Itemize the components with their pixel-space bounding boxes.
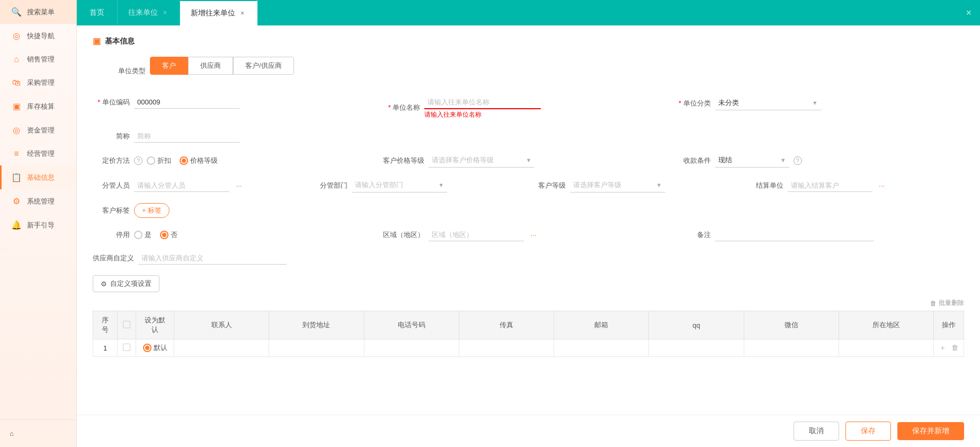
save-btn[interactable]: 保存: [845, 422, 891, 441]
settlement-unit-input[interactable]: [788, 179, 872, 192]
address-input[interactable]: [274, 344, 358, 352]
td-phone[interactable]: [364, 339, 459, 357]
supplier-custom-input[interactable]: [138, 252, 287, 265]
short-name-input[interactable]: [134, 130, 240, 143]
footer-home-icon: ⌂: [10, 430, 14, 437]
td-row-region[interactable]: [839, 339, 934, 357]
select-all-checkbox[interactable]: [123, 321, 130, 328]
th-checkbox[interactable]: [118, 311, 136, 339]
quick-nav-icon: ◎: [11, 31, 22, 41]
radio-discount-label: 折扣: [157, 156, 171, 165]
sidebar-item-finance[interactable]: ◎ 资金管理: [0, 118, 76, 142]
customer-level-select[interactable]: 请选择客户等级 ▼: [570, 178, 665, 192]
purchase-icon: 🛍: [11, 78, 22, 87]
td-email[interactable]: [554, 339, 649, 357]
settlement-unit-more-btn[interactable]: ···: [877, 180, 887, 191]
btn-customer[interactable]: 客户: [150, 57, 188, 75]
th-address: 到货地址: [269, 311, 364, 339]
radio-discount-circle: [147, 156, 155, 165]
td-qq[interactable]: [649, 339, 744, 357]
radio-default[interactable]: 默认: [141, 343, 168, 353]
th-seq: 序号: [93, 311, 118, 339]
department-group: 分管部门 请输入分管部门 ▼: [310, 178, 528, 192]
radio-disabled-yes[interactable]: 是: [134, 230, 152, 240]
th-email: 邮箱: [554, 311, 649, 339]
row-checkbox[interactable]: [123, 344, 130, 351]
radio-default-label: 默认: [154, 343, 167, 353]
td-wechat[interactable]: [744, 339, 839, 357]
radio-no-label: 否: [171, 230, 177, 240]
pricing-radio-group: 折扣 价格等级: [147, 156, 218, 165]
pricing-help-icon[interactable]: ?: [134, 156, 142, 165]
fax-input[interactable]: [465, 344, 548, 352]
unit-name-input[interactable]: [424, 96, 541, 109]
tab-counterparty[interactable]: 往来单位 ×: [118, 0, 180, 25]
radio-level-label: 价格等级: [190, 156, 218, 165]
customer-tag-group: 客户标签 标签: [93, 203, 964, 218]
unit-code-input[interactable]: [134, 96, 240, 109]
disabled-group: 停用 是 否: [93, 230, 383, 240]
sidebar-item-system[interactable]: ⚙ 系统管理: [0, 189, 76, 213]
customer-price-level-chevron: ▼: [525, 157, 531, 163]
tab-home-label: 首页: [90, 8, 104, 17]
remark-input[interactable]: [715, 229, 874, 241]
td-address[interactable]: [269, 339, 364, 357]
wechat-input[interactable]: [750, 344, 833, 352]
manager-input[interactable]: [134, 179, 229, 192]
sidebar-item-basic[interactable]: 📋 基础信息: [0, 165, 76, 189]
sidebar-item-purchase[interactable]: 🛍 采购管理: [0, 71, 76, 94]
th-phone: 电话号码: [364, 311, 459, 339]
unit-category-group: 单位分类 未分类 ▼: [674, 96, 964, 110]
table-actions: 🗑 批量删除: [93, 299, 964, 308]
close-window-btn[interactable]: ×: [957, 0, 980, 25]
add-tag-btn[interactable]: 标签: [134, 203, 170, 218]
email-input[interactable]: [559, 344, 643, 352]
sidebar-item-label: 基础信息: [27, 173, 55, 182]
th-wechat: 微信: [744, 311, 839, 339]
sidebar-item-guide[interactable]: 🔔 新手引导: [0, 213, 76, 237]
cancel-btn[interactable]: 取消: [794, 422, 839, 441]
custom-settings-btn[interactable]: ⚙ 自定义项设置: [93, 275, 159, 292]
radio-disabled-no[interactable]: 否: [160, 230, 177, 240]
department-select[interactable]: 请输入分管部门 ▼: [352, 178, 447, 192]
sidebar-item-inventory[interactable]: ▣ 库存核算: [0, 94, 76, 118]
td-checkbox[interactable]: [118, 339, 136, 357]
sidebar-item-quick-nav[interactable]: ◎ 快捷导航: [0, 24, 76, 48]
sidebar-item-sales[interactable]: ⌂ 销售管理: [0, 48, 76, 71]
btn-supplier[interactable]: 供应商: [188, 57, 233, 75]
customer-price-level-select[interactable]: 请选择客户价格等级 ▼: [429, 153, 534, 168]
td-fax[interactable]: [459, 339, 554, 357]
td-default: 默认: [136, 339, 174, 357]
tab-counterparty-close[interactable]: ×: [161, 8, 169, 17]
tab-home[interactable]: 首页: [77, 0, 118, 25]
contact-input[interactable]: [180, 344, 263, 352]
save-new-btn[interactable]: 保存并新增: [897, 422, 964, 440]
radio-discount[interactable]: 折扣: [147, 156, 171, 165]
radio-level[interactable]: 价格等级: [180, 156, 218, 165]
payment-terms-select[interactable]: 现结 ▼: [715, 153, 789, 168]
qq-input[interactable]: [654, 344, 738, 352]
row-add-btn[interactable]: ＋: [939, 344, 946, 352]
btn-both[interactable]: 客户/供应商: [233, 57, 294, 75]
radio-no-circle: [160, 231, 168, 239]
region-more-btn[interactable]: ···: [528, 230, 539, 240]
tabs-bar: 首页 往来单位 × 新增往来单位 × ×: [77, 0, 980, 25]
guide-icon: 🔔: [11, 220, 22, 230]
unit-category-chevron: ▼: [812, 100, 818, 106]
row-delete-btn[interactable]: 🗑: [951, 344, 958, 352]
phone-input[interactable]: [370, 344, 453, 352]
tab-new-counterparty[interactable]: 新增往来单位 ×: [180, 0, 257, 25]
sidebar-footer-home[interactable]: ⌂: [0, 424, 76, 443]
sidebar-item-operations[interactable]: ≡ 经营管理: [0, 142, 76, 165]
manager-more-btn[interactable]: ···: [234, 180, 244, 191]
tab-new-counterparty-close[interactable]: ×: [238, 8, 246, 18]
custom-settings-label: 自定义项设置: [110, 279, 152, 288]
sidebar-item-search[interactable]: 🔍 搜索菜单: [0, 0, 76, 24]
region-input[interactable]: [429, 229, 524, 241]
payment-terms-label: 收款条件: [674, 156, 711, 165]
payment-terms-help-icon[interactable]: ?: [794, 156, 802, 165]
unit-category-select[interactable]: 未分类 ▼: [715, 96, 821, 110]
batch-delete-btn[interactable]: 🗑 批量删除: [930, 299, 964, 308]
td-contact[interactable]: [174, 339, 269, 357]
row-region-input[interactable]: [844, 344, 928, 352]
